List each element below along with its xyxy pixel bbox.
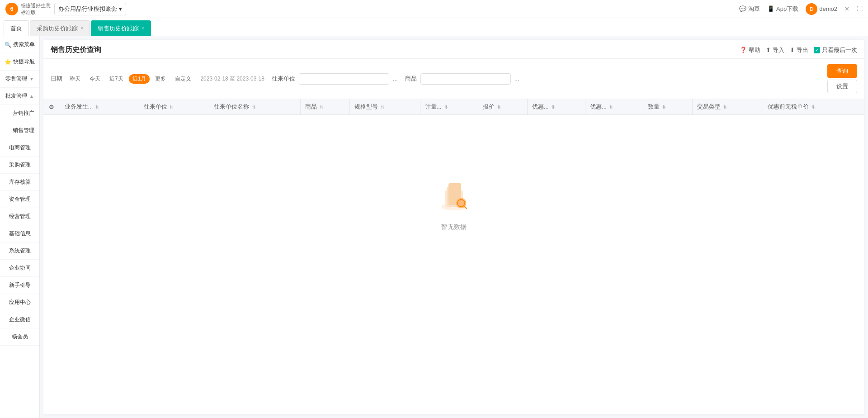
sidebar-item-retail[interactable]: 零售管理 ▼ xyxy=(0,71,39,88)
goods-filter-group: 商品 ... xyxy=(405,73,519,85)
date-tab-7days[interactable]: 近7天 xyxy=(106,74,127,84)
import-icon: ⬆ xyxy=(766,47,771,53)
th-settings[interactable]: ⚙ xyxy=(43,99,60,115)
goods-picker-dots[interactable]: ... xyxy=(514,76,519,82)
sort-icon: ⇅ xyxy=(95,104,99,109)
header-right: 💬 淘豆 📱 App下载 D demo2 ✕ ⛶ xyxy=(739,3,863,15)
sidebar-item-finance[interactable]: 资金管理 xyxy=(0,191,39,208)
help-button[interactable]: ❓ 帮助 xyxy=(740,46,760,54)
partner-filter-group: 往来单位 ... xyxy=(272,73,398,85)
user-area[interactable]: D demo2 xyxy=(806,3,837,15)
sort-icon: ⇅ xyxy=(497,104,501,109)
tab-sales-label: 销售历史价跟踪 xyxy=(98,24,139,33)
sidebar-item-sales[interactable]: 销售管理 xyxy=(0,122,39,139)
filter-area: 日期 昨天 今天 近7天 近1月 更多 自定义 2023-02-18 至 202… xyxy=(43,59,864,99)
logo-text: 畅捷通好生意 标准版 xyxy=(21,2,51,15)
page-title: 销售历史价查询 xyxy=(51,45,101,55)
partner-input[interactable] xyxy=(299,73,389,85)
phone-icon: 📱 xyxy=(767,5,774,12)
date-tabs: 昨天 今天 近7天 近1月 更多 自定义 xyxy=(66,74,195,84)
close-window-icon[interactable]: ✕ xyxy=(844,5,849,12)
th-goods[interactable]: 商品 ⇅ xyxy=(301,99,350,115)
data-table: ⚙ 业务发生... ⇅ 往来单位 ⇅ 往来单位名称 ⇅ xyxy=(43,99,864,115)
page-header-actions: ❓ 帮助 ⬆ 导入 ⬇ 导出 ✓ 只看最后一次 xyxy=(740,46,857,54)
logo-area: 6 畅捷通好生意 标准版 xyxy=(5,2,51,15)
th-partner-code[interactable]: 往来单位 ⇅ xyxy=(139,99,209,115)
sidebar-item-shortcut[interactable]: ⭐ 快捷导航 xyxy=(0,53,39,71)
th-date[interactable]: 业务发生... ⇅ xyxy=(60,99,139,115)
th-price[interactable]: 报价 ⇅ xyxy=(478,99,527,115)
date-filter-group: 日期 昨天 今天 近7天 近1月 更多 自定义 2023-02-18 至 202… xyxy=(51,74,264,84)
main-layout: 🔍 搜索菜单 ⭐ 快捷导航 零售管理 ▼ 批发管理 ▲ 营销推广 销售管理 电商… xyxy=(0,36,868,418)
chevron-down-icon: ▾ xyxy=(119,5,122,12)
sidebar-item-search[interactable]: 🔍 搜索菜单 xyxy=(0,36,39,53)
th-spec[interactable]: 规格型号 ⇅ xyxy=(350,99,420,115)
tab-purchase[interactable]: 采购历史价跟踪 × xyxy=(30,20,90,36)
sidebar-item-member[interactable]: 畅会员 xyxy=(0,328,39,346)
sort-icon: ⇅ xyxy=(662,104,666,109)
tab-home[interactable]: 首页 xyxy=(4,20,29,36)
empty-state: 暂无数据 xyxy=(43,115,864,296)
tab-sales-close[interactable]: × xyxy=(142,26,144,31)
partner-picker-dots[interactable]: ... xyxy=(393,76,398,82)
sort-icon: ⇅ xyxy=(252,104,255,109)
export-button[interactable]: ⬇ 导出 xyxy=(790,46,808,54)
sort-icon: ⇅ xyxy=(811,104,815,109)
th-discount1[interactable]: 优惠... ⇅ xyxy=(527,99,585,115)
export-label: 导出 xyxy=(797,46,808,54)
star-icon: ⭐ xyxy=(5,59,11,65)
partner-label: 往来单位 xyxy=(272,75,295,83)
last-only-checkbox-area[interactable]: ✓ 只看最后一次 xyxy=(814,46,857,54)
sidebar-item-collab[interactable]: 企业协同 xyxy=(0,260,39,277)
sidebar-item-ecommerce[interactable]: 电商管理 xyxy=(0,139,39,157)
query-button[interactable]: 查询 xyxy=(827,64,857,78)
sidebar-item-apps[interactable]: 应用中心 xyxy=(0,294,39,311)
sidebar-item-guide[interactable]: 新手引导 xyxy=(0,277,39,294)
header-left: 6 畅捷通好生意 标准版 办公用品行业模拟账套 ▾ xyxy=(5,2,126,15)
import-button[interactable]: ⬆ 导入 xyxy=(766,46,784,54)
import-label: 导入 xyxy=(773,46,784,54)
sidebar-item-basics[interactable]: 基础信息 xyxy=(0,225,39,242)
th-discount2[interactable]: 优惠... ⇅ xyxy=(585,99,643,115)
app-selector[interactable]: 办公用品行业模拟账套 ▾ xyxy=(54,3,126,15)
page-container: 销售历史价查询 ❓ 帮助 ⬆ 导入 ⬇ 导出 ✓ xyxy=(43,40,864,414)
date-tab-yesterday[interactable]: 昨天 xyxy=(66,74,84,84)
last-only-label: 只看最后一次 xyxy=(822,46,857,54)
top-header: 6 畅捷通好生意 标准版 办公用品行业模拟账套 ▾ 💬 淘豆 📱 App下载 D… xyxy=(0,0,868,18)
sidebar-item-purchase[interactable]: 采购管理 xyxy=(0,157,39,174)
sort-icon: ⇅ xyxy=(320,104,323,109)
date-tab-today[interactable]: 今天 xyxy=(86,74,104,84)
date-tab-more[interactable]: 更多 xyxy=(151,74,170,84)
sidebar-item-marketing[interactable]: 营销推广 xyxy=(0,105,39,122)
help-label: 帮助 xyxy=(749,46,760,54)
message-label: 淘豆 xyxy=(748,5,760,13)
sort-icon: ⇅ xyxy=(723,104,727,109)
th-qty[interactable]: 数量 ⇅ xyxy=(643,99,693,115)
sidebar-item-system[interactable]: 系统管理 xyxy=(0,242,39,260)
date-range-display: 2023-02-18 至 2023-03-18 xyxy=(200,75,264,83)
goods-input[interactable] xyxy=(420,73,511,85)
th-partner-name[interactable]: 往来单位名称 ⇅ xyxy=(209,99,301,115)
date-tab-1month[interactable]: 近1月 xyxy=(129,74,150,84)
app-download-button[interactable]: 📱 App下载 xyxy=(767,5,798,13)
settings-button[interactable]: 设置 xyxy=(827,80,857,93)
search-icon: 🔍 xyxy=(5,42,11,48)
tab-purchase-close[interactable]: × xyxy=(80,26,83,31)
sidebar-item-inventory[interactable]: 库存核算 xyxy=(0,174,39,191)
username: demo2 xyxy=(819,5,837,12)
th-pretax-price[interactable]: 优惠前无税单价 ⇅ xyxy=(763,99,864,115)
chevron-down-icon: ▼ xyxy=(29,76,34,81)
expand-window-icon[interactable]: ⛶ xyxy=(857,5,863,12)
date-tab-custom[interactable]: 自定义 xyxy=(171,74,195,84)
sidebar-item-operations[interactable]: 经营管理 xyxy=(0,208,39,225)
logo-icon: 6 xyxy=(5,3,18,15)
th-unit[interactable]: 计量... ⇅ xyxy=(420,99,478,115)
tab-sales[interactable]: 销售历史价跟踪 × xyxy=(91,20,151,36)
last-only-checkbox[interactable]: ✓ xyxy=(814,47,820,53)
th-txtype[interactable]: 交易类型 ⇅ xyxy=(693,99,763,115)
message-button[interactable]: 💬 淘豆 xyxy=(739,5,760,13)
chevron-up-icon: ▲ xyxy=(29,94,34,99)
sidebar-item-wholesale[interactable]: 批发管理 ▲ xyxy=(0,88,39,105)
sidebar-item-wechat[interactable]: 企业微信 xyxy=(0,311,39,328)
sort-icon: ⇅ xyxy=(444,104,448,109)
